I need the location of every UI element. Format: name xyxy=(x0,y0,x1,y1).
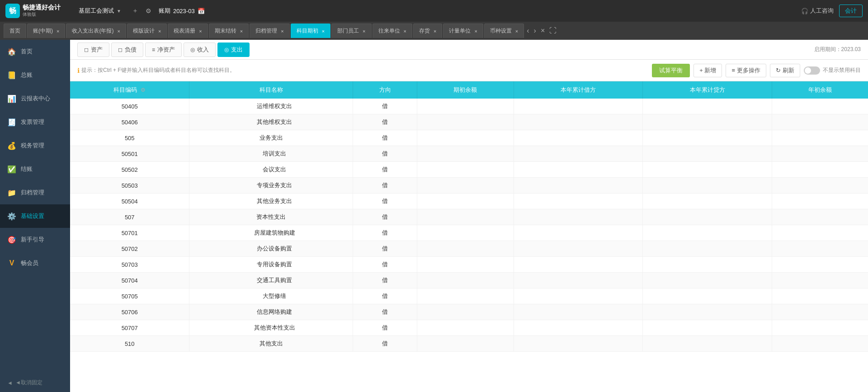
table-row[interactable]: 50501 培训支出 借 xyxy=(70,146,868,162)
cancel-pin-button[interactable]: ◄ ◄取消固定 xyxy=(0,373,70,392)
tab-shuibiao[interactable]: 税表清册 × xyxy=(168,24,208,38)
cell-code: 505 xyxy=(70,130,189,146)
sub-tab-liability[interactable]: ◻ 负债 xyxy=(111,43,143,57)
tab-close-icon[interactable]: × xyxy=(117,28,120,34)
col-ytd-credit: 本年累计贷方 xyxy=(643,81,772,99)
tab-zhangqizhong[interactable]: 账(中期) × xyxy=(27,24,65,38)
company-selector[interactable]: 基层工会测试 ▼ xyxy=(79,7,121,15)
tab-close-icon[interactable]: × xyxy=(515,28,518,34)
sidebar-item-member[interactable]: V 畅会员 xyxy=(0,251,70,275)
table-row[interactable]: 50701 房屋建筑物购建 借 xyxy=(70,225,868,241)
sidebar-item-invoice[interactable]: 🧾 发票管理 xyxy=(0,110,70,134)
tab-bumen[interactable]: 部门员工 × xyxy=(331,24,371,38)
cell-ytd-debit xyxy=(514,162,643,178)
table-row[interactable]: 510 其他支出 借 xyxy=(70,336,868,352)
sidebar-item-settings[interactable]: ⚙️ 基础设置 xyxy=(0,204,70,228)
sidebar-item-archive[interactable]: 📁 归档管理 xyxy=(0,181,70,204)
tab-next-icon[interactable]: › xyxy=(532,27,538,35)
col-period-balance: 期初余额 xyxy=(417,81,514,99)
tab-close-icon[interactable]: × xyxy=(158,28,161,34)
tab-qimo[interactable]: 期末结转 × xyxy=(209,24,249,38)
cell-direction: 借 xyxy=(353,99,417,114)
tab-close-icon[interactable]: × xyxy=(404,28,406,34)
sidebar-item-label: 发票管理 xyxy=(21,118,44,126)
cell-period-balance xyxy=(417,162,514,178)
tab-close-icon[interactable]: × xyxy=(474,28,477,34)
add-button[interactable]: + 新增 xyxy=(693,64,722,77)
toggle-disabled-subjects[interactable]: 不显示禁用科目 xyxy=(804,66,861,75)
col-settings-icon[interactable]: ⚙ xyxy=(141,87,146,93)
logo-icon: 畅 xyxy=(5,4,20,18)
table-row[interactable]: 50707 其他资本性支出 借 xyxy=(70,320,868,336)
kuaiji-button[interactable]: 会计 xyxy=(839,5,863,17)
cell-code: 50703 xyxy=(70,257,189,273)
cell-code: 50701 xyxy=(70,225,189,241)
cell-direction: 借 xyxy=(353,194,417,209)
tab-expand-icon[interactable]: ⛶ xyxy=(547,27,558,35)
tab-close-icon[interactable]: × xyxy=(434,28,436,34)
sidebar-item-label: 归档管理 xyxy=(21,189,44,197)
tab-close-icon[interactable]: × xyxy=(240,28,243,34)
sub-tab-asset[interactable]: ◻ 资产 xyxy=(77,43,109,57)
sidebar-item-reports[interactable]: 📊 云报表中心 xyxy=(0,87,70,110)
tab-close-icon[interactable]: × xyxy=(199,28,202,34)
sidebar-item-home[interactable]: 🏠 首页 xyxy=(0,40,70,63)
sidebar-item-label: 畅会员 xyxy=(21,259,38,267)
tab-guidang[interactable]: 归档管理 × xyxy=(250,24,289,38)
sidebar-item-tax[interactable]: 💰 税务管理 xyxy=(0,134,70,157)
income-icon: ◎ xyxy=(190,47,195,53)
cell-ytd-debit xyxy=(514,336,643,352)
table-row[interactable]: 50702 办公设备购置 借 xyxy=(70,241,868,257)
settings-icon[interactable]: ⚙ xyxy=(144,5,153,16)
calendar-icon[interactable]: 📅 xyxy=(198,8,205,14)
col-ytd-debit: 本年累计借方 xyxy=(514,81,643,99)
tab-cunhuo[interactable]: 存货 × xyxy=(413,24,442,38)
sub-tab-net-asset[interactable]: ≡ 净资产 xyxy=(145,43,182,57)
sub-tab-income[interactable]: ◎ 收入 xyxy=(184,43,216,57)
add-icon[interactable]: ＋ xyxy=(130,5,140,17)
cell-year-begin xyxy=(772,162,868,178)
consult-button[interactable]: 🎧 人工咨询 xyxy=(801,7,834,15)
tab-close-icon[interactable]: × xyxy=(363,28,365,34)
period-value: 2023-03 xyxy=(173,8,195,14)
table-row[interactable]: 50704 交通工具购置 借 xyxy=(70,273,868,288)
tab-close-all-icon[interactable]: × xyxy=(539,27,547,35)
sidebar-item-general-ledger[interactable]: 📒 总账 xyxy=(0,63,70,87)
cell-ytd-debit xyxy=(514,273,643,288)
table-row[interactable]: 50503 专项业务支出 借 xyxy=(70,178,868,194)
calc-balance-button[interactable]: 试算平衡 xyxy=(652,64,690,77)
table-row[interactable]: 50706 信息网络购建 借 xyxy=(70,304,868,320)
table-row[interactable]: 50405 运维维权支出 借 xyxy=(70,99,868,114)
tab-close-icon[interactable]: × xyxy=(322,28,325,34)
sub-tab-expenditure[interactable]: ◎ 支出 xyxy=(217,43,250,57)
table-row[interactable]: 50705 大型修缮 借 xyxy=(70,288,868,304)
table-row[interactable]: 50703 专用设备购置 借 xyxy=(70,257,868,273)
tab-close-icon[interactable]: × xyxy=(57,28,59,34)
cell-period-balance xyxy=(417,288,514,304)
cell-code: 50705 xyxy=(70,288,189,304)
tab-home[interactable]: 首页 xyxy=(4,24,26,38)
tab-shouru[interactable]: 收入支出表(年报) × xyxy=(66,24,126,38)
cell-period-balance xyxy=(417,241,514,257)
tab-prev-icon[interactable]: ‹ xyxy=(525,27,531,35)
sidebar-item-checkout[interactable]: ✅ 结账 xyxy=(0,157,70,181)
table-row[interactable]: 50406 其他维权支出 借 xyxy=(70,114,868,130)
cell-name: 其他业务支出 xyxy=(189,194,353,209)
sidebar-item-label: 云报表中心 xyxy=(21,94,50,103)
tab-wanglai[interactable]: 往来单位 × xyxy=(373,24,412,38)
cell-ytd-debit xyxy=(514,257,643,273)
tab-jiliang[interactable]: 计量单位 × xyxy=(443,24,483,38)
table-row[interactable]: 507 资本性支出 借 xyxy=(70,209,868,225)
toggle-switch[interactable] xyxy=(804,66,820,75)
tab-close-icon[interactable]: × xyxy=(281,28,283,34)
more-actions-button[interactable]: ≡ 更多操作 xyxy=(726,64,766,77)
tab-bizhong[interactable]: 币种设置 × xyxy=(484,24,524,38)
sidebar-item-label: 新手引导 xyxy=(21,236,44,244)
refresh-button[interactable]: ↻ 刷新 xyxy=(770,64,800,77)
tab-kemuqichu[interactable]: 科目期初 × xyxy=(291,24,330,38)
table-row[interactable]: 50502 会议支出 借 xyxy=(70,162,868,178)
tab-moban[interactable]: 模版设计 × xyxy=(127,24,167,38)
table-row[interactable]: 505 业务支出 借 xyxy=(70,130,868,146)
sidebar-item-guide[interactable]: 🎯 新手引导 xyxy=(0,228,70,251)
table-row[interactable]: 50504 其他业务支出 借 xyxy=(70,194,868,209)
